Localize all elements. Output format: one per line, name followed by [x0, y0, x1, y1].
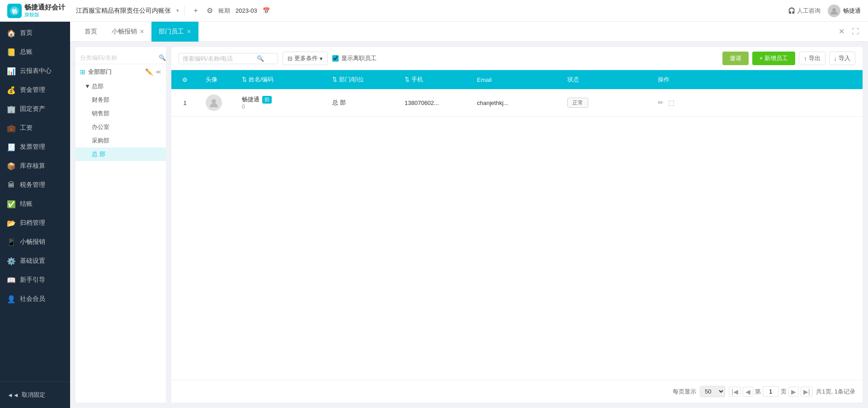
- employee-table: ⚙ 头像 ⇅ 姓名/编码 ⇅ 部门/职位 ⇅ 手机 Email 状态 操作: [171, 70, 863, 117]
- user-name: 畅捷通: [843, 7, 861, 15]
- support-button[interactable]: 🎧 人工咨询: [788, 7, 821, 15]
- export-button[interactable]: ↑ 导出: [799, 52, 826, 65]
- employee-search-box: 🔍: [179, 53, 278, 64]
- tab-department-close[interactable]: ✕: [187, 28, 191, 35]
- settings-icon[interactable]: ⚙: [207, 6, 213, 15]
- sidebar-item-general-ledger[interactable]: 📒 总账: [0, 43, 70, 62]
- all-dept-header[interactable]: ⊞ 全部部门 ✏️ ≪: [75, 64, 166, 80]
- add-tab-button[interactable]: ＋: [190, 5, 201, 16]
- gear-icon: ⚙️: [7, 257, 15, 265]
- tab-department[interactable]: 部门员工 ✕: [151, 22, 198, 42]
- last-page-button[interactable]: ▶|: [801, 387, 813, 397]
- sidebar-item-settlement[interactable]: ✅ 结账: [0, 195, 70, 213]
- sidebar-item-expense[interactable]: 📱 小畅报销: [0, 232, 70, 251]
- delete-employee-icon[interactable]: ⬚: [668, 99, 675, 107]
- toolbar-right: 邀请 + 新增员工 ↑ 导出 ↓ 导入: [722, 52, 855, 65]
- row-actions-cell: ✏ ⬚: [651, 89, 863, 117]
- sidebar-item-fixed-assets[interactable]: 🏢 固定资产: [0, 100, 70, 119]
- sidebar-item-basic-settings[interactable]: ⚙️ 基础设置: [0, 251, 70, 270]
- sidebar-item-home[interactable]: 🏠 首页: [0, 24, 70, 43]
- content-inner: 🔍 ⊞ 全部部门 ✏️ ≪ ▼ 总部 财务部 销售部 办公室: [70, 42, 868, 408]
- guide-icon: 📖: [7, 276, 15, 284]
- col-dept[interactable]: ⇅ 部门/职位: [325, 70, 397, 89]
- sidebar-item-tax[interactable]: 🏛 税务管理: [0, 176, 70, 195]
- show-resigned-checkbox-label[interactable]: 显示离职员工: [332, 54, 377, 62]
- page-size-label: 每页显示: [673, 388, 696, 396]
- col-name[interactable]: ⇅ 姓名/编码: [235, 70, 325, 89]
- logo-text: 畅捷通好会计: [24, 3, 65, 11]
- sidebar-item-inventory[interactable]: 📦 库存核算: [0, 157, 70, 176]
- tab-home-label: 首页: [85, 28, 97, 36]
- company-dropdown-icon[interactable]: ▾: [176, 8, 179, 14]
- invoice-icon: 🧾: [7, 143, 15, 151]
- search-icon[interactable]: 🔍: [159, 54, 166, 61]
- tab-department-label: 部门员工: [159, 28, 184, 36]
- employee-search-input[interactable]: [183, 55, 255, 62]
- search-icon[interactable]: 🔍: [257, 55, 264, 62]
- page-number-input[interactable]: [763, 386, 779, 397]
- dept-sub-procurement[interactable]: 采购部: [75, 134, 166, 147]
- filter-button[interactable]: ⊟ 更多条件 ▾: [283, 52, 328, 65]
- headset-icon: 🎧: [788, 7, 795, 14]
- sidebar-item-salary[interactable]: 💼 工资: [0, 119, 70, 138]
- edit-employee-icon[interactable]: ✏: [658, 99, 664, 107]
- sidebar-item-label: 总账: [20, 48, 33, 56]
- user-area[interactable]: 畅捷通: [828, 5, 861, 17]
- sidebar-item-reports[interactable]: 📊 云报表中心: [0, 62, 70, 81]
- tab-expense-close[interactable]: ✕: [140, 28, 144, 35]
- sidebar-item-label: 归档管理: [20, 219, 45, 227]
- emp-code: 0: [242, 104, 318, 110]
- dept-sub-office[interactable]: 办公室: [75, 120, 166, 134]
- show-resigned-checkbox[interactable]: [332, 55, 339, 62]
- close-all-tabs-button[interactable]: ✕: [837, 25, 846, 38]
- dept-sub-sales[interactable]: 销售部: [75, 107, 166, 120]
- invite-button[interactable]: 邀请: [722, 52, 749, 65]
- prev-page-button[interactable]: ◀: [743, 387, 753, 397]
- col-avatar: 头像: [198, 70, 235, 89]
- sidebar-item-label: 工资: [20, 124, 33, 132]
- sidebar-item-social[interactable]: 👤 社会合员: [0, 289, 70, 308]
- divider: [184, 5, 185, 16]
- table-row: 1 畅捷通 部: [171, 89, 863, 117]
- col-actions: 操作: [651, 70, 863, 89]
- col-settings[interactable]: ⚙: [171, 70, 198, 89]
- dept-sub-finance[interactable]: 财务部: [75, 93, 166, 107]
- dept-search-input[interactable]: [80, 54, 156, 61]
- sidebar-item-label: 小畅报销: [20, 238, 45, 246]
- svg-text:畅: 畅: [12, 8, 17, 14]
- collapse-icon[interactable]: ≪: [156, 69, 161, 75]
- first-page-button[interactable]: |◀: [729, 387, 741, 397]
- cancel-fixed-button[interactable]: ◄◄ 取消固定: [0, 386, 70, 403]
- employee-panel: 🔍 ⊟ 更多条件 ▾ 显示离职员工 邀请 +: [171, 47, 863, 403]
- calendar-icon[interactable]: 📅: [263, 7, 270, 14]
- dept-node-root[interactable]: ▼ 总部: [75, 80, 166, 93]
- col-phone[interactable]: ⇅ 手机: [397, 70, 470, 89]
- top-right: 🎧 人工咨询 畅捷通: [788, 5, 861, 17]
- archive-icon: 📂: [7, 219, 15, 227]
- row-status-cell: 正常: [560, 89, 651, 117]
- col-email: Email: [470, 70, 560, 89]
- tab-right-actions: ✕ ⛶: [837, 25, 861, 38]
- sidebar-item-archive[interactable]: 📂 归档管理: [0, 213, 70, 232]
- add-employee-button[interactable]: + 新增员工: [752, 52, 795, 65]
- logo-icon: 畅: [7, 4, 22, 18]
- employee-avatar: [206, 95, 222, 111]
- dept-sub-general[interactable]: 总 部: [75, 147, 166, 161]
- next-page-button[interactable]: ▶: [788, 387, 799, 397]
- expand-tab-button[interactable]: ⛶: [850, 26, 861, 38]
- sidebar-item-invoice[interactable]: 🧾 发票管理: [0, 138, 70, 157]
- row-dept-cell: 总 部: [325, 89, 397, 117]
- tab-home[interactable]: 首页: [77, 22, 104, 42]
- edit-dept-icon[interactable]: ✏️: [145, 68, 153, 76]
- tab-expense[interactable]: 小畅报销 ✕: [104, 22, 151, 42]
- page-nav: |◀ ◀ 第 页 ▶ ▶|: [729, 386, 812, 397]
- settlement-icon: ✅: [7, 200, 15, 208]
- status-badge: 正常: [567, 98, 588, 108]
- page-size-select[interactable]: 50 100 200: [700, 386, 725, 397]
- import-icon: ↓: [834, 55, 837, 62]
- department-panel: 🔍 ⊞ 全部部门 ✏️ ≪ ▼ 总部 财务部 销售部 办公室: [75, 47, 166, 403]
- sidebar-item-guide[interactable]: 📖 新手引导: [0, 270, 70, 289]
- sidebar-item-funds[interactable]: 💰 资金管理: [0, 81, 70, 100]
- import-button[interactable]: ↓ 导入: [829, 52, 856, 65]
- row-avatar-cell: [198, 89, 235, 117]
